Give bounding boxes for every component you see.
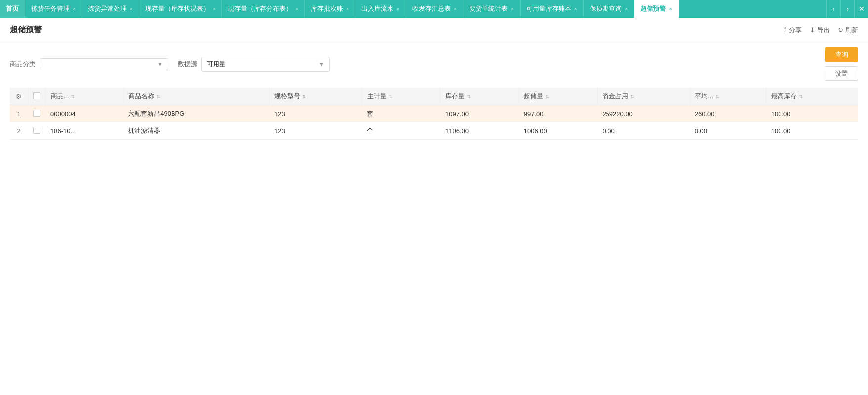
tab-close-btn[interactable]: × — [213, 6, 216, 12]
overstock: 997.00 — [519, 105, 598, 122]
page-title: 超储预警 — [10, 25, 42, 35]
th-spec: 规格型号⇅ — [269, 88, 362, 105]
sort-icon[interactable]: ⇅ — [389, 94, 392, 99]
tab-close-btn[interactable]: × — [669, 6, 672, 12]
category-chevron-icon: ▼ — [157, 61, 163, 67]
table-row: 1 0000004 六配套新昌490BPG 123 套 1097.00 997.… — [10, 105, 858, 122]
th-stock: 库存量⇅ — [440, 88, 519, 105]
select-all-checkbox[interactable] — [33, 92, 40, 99]
tab-close-btn[interactable]: × — [574, 6, 577, 12]
tab-close-btn[interactable]: × — [130, 6, 132, 12]
row-checkbox[interactable] — [33, 127, 40, 134]
product-name: 机油滤清器 — [123, 122, 269, 140]
nav-home-label: 首页 — [6, 4, 19, 13]
sort-icon[interactable]: ⇅ — [545, 94, 549, 99]
sort-icon[interactable]: ⇅ — [630, 94, 634, 99]
sort-icon[interactable]: ⇅ — [71, 94, 75, 99]
tab-close-btn[interactable]: × — [454, 6, 457, 12]
nav-tab[interactable]: 收发存汇总表× — [406, 0, 463, 18]
filter-area: 商品分类 ▼ 数据源 可用量 ▼ 查询 设置 — [0, 40, 868, 88]
avg: 0.00 — [690, 122, 766, 140]
unit: 个 — [362, 122, 440, 140]
nav-tab[interactable]: 要货单统计表× — [463, 0, 520, 18]
th-unit: 主计量⇅ — [362, 88, 440, 105]
share-icon: ⤴ — [783, 26, 787, 34]
settings-button[interactable]: 设置 — [825, 66, 858, 81]
tab-close-btn[interactable]: × — [511, 6, 514, 12]
table-container: ⚙ 商品...⇅ 商品名称⇅ 规格型号⇅ 主计量⇅ — [0, 88, 868, 140]
datasource-select[interactable]: 可用量 ▼ — [201, 57, 330, 72]
tab-close-btn[interactable]: × — [295, 6, 298, 12]
datasource-label: 数据源 — [178, 60, 197, 69]
top-nav: 首页 拣货任务管理×拣货异常处理×现存量（库存状况表）×现存量（库存分布表）×库… — [0, 0, 868, 18]
capital: 0.00 — [597, 122, 690, 140]
product-name: 六配套新昌490BPG — [123, 105, 269, 122]
th-avg: 平均...⇅ — [690, 88, 766, 105]
max-stock: 100.00 — [766, 122, 858, 140]
nav-tab[interactable]: 拣货任务管理× — [25, 0, 82, 18]
query-button[interactable]: 查询 — [825, 47, 858, 62]
nav-tab[interactable]: 超储预警× — [634, 0, 678, 18]
max-stock: 100.00 — [766, 105, 858, 122]
nav-tab[interactable]: 保质期查询× — [584, 0, 634, 18]
tab-close-btn[interactable]: × — [396, 6, 399, 12]
avg: 260.00 — [690, 105, 766, 122]
row-num: 1 — [10, 105, 28, 122]
overstock: 1006.00 — [519, 122, 598, 140]
row-checkbox[interactable] — [33, 110, 40, 117]
table-row: 2 186-10... 机油滤清器 123 个 1106.00 1006.00 … — [10, 122, 858, 140]
refresh-button[interactable]: ↻ 刷新 — [838, 26, 858, 35]
row-num: 2 — [10, 122, 28, 140]
datasource-filter-group: 数据源 可用量 ▼ — [178, 57, 330, 72]
tab-close-btn[interactable]: × — [625, 6, 628, 12]
nav-tab[interactable]: 拣货异常处理× — [82, 0, 139, 18]
sort-icon[interactable]: ⇅ — [715, 94, 719, 99]
nav-tab[interactable]: 出入库流水× — [355, 0, 406, 18]
nav-home[interactable]: 首页 — [0, 0, 25, 18]
nav-tab[interactable]: 库存批次账× — [305, 0, 355, 18]
export-label: 导出 — [817, 26, 830, 35]
refresh-icon: ↻ — [838, 26, 843, 34]
th-capital: 资金占用⇅ — [597, 88, 690, 105]
header-actions: ⤴ 分享 ⬇ 导出 ↻ 刷新 — [783, 26, 858, 35]
category-select[interactable]: ▼ — [40, 58, 168, 70]
th-gear: ⚙ — [10, 88, 28, 105]
nav-close-btn[interactable]: ✕ — [854, 0, 868, 18]
filter-buttons: 查询 设置 — [825, 47, 858, 81]
share-button[interactable]: ⤴ 分享 — [783, 26, 802, 35]
spec: 123 — [269, 122, 362, 140]
sort-icon[interactable]: ⇅ — [156, 94, 160, 99]
sort-icon[interactable]: ⇅ — [467, 94, 471, 99]
product-code: 0000004 — [45, 105, 123, 122]
nav-tab[interactable]: 可用量库存账本× — [521, 0, 584, 18]
row-checkbox-cell — [28, 122, 45, 140]
th-product-name: 商品名称⇅ — [123, 88, 269, 105]
th-checkbox — [28, 88, 45, 105]
th-overstock: 超储量⇅ — [519, 88, 598, 105]
th-max-stock: 最高库存⇅ — [766, 88, 858, 105]
table-header: ⚙ 商品...⇅ 商品名称⇅ 规格型号⇅ 主计量⇅ — [10, 88, 858, 105]
gear-icon[interactable]: ⚙ — [16, 93, 22, 100]
row-checkbox-cell — [28, 105, 45, 122]
nav-next-btn[interactable]: › — [840, 0, 854, 18]
share-label: 分享 — [789, 26, 802, 35]
sort-icon[interactable]: ⇅ — [799, 94, 803, 99]
nav-prev-btn[interactable]: ‹ — [826, 0, 840, 18]
product-code: 186-10... — [45, 122, 123, 140]
category-label: 商品分类 — [10, 60, 36, 69]
nav-tab[interactable]: 现存量（库存分布表）× — [222, 0, 304, 18]
table-body: 1 0000004 六配套新昌490BPG 123 套 1097.00 997.… — [10, 105, 858, 140]
page-content: 超储预警 ⤴ 分享 ⬇ 导出 ↻ 刷新 商品分类 ▼ 数据源 — [0, 18, 868, 395]
stock: 1097.00 — [440, 105, 519, 122]
sort-icon[interactable]: ⇅ — [302, 94, 306, 99]
refresh-label: 刷新 — [845, 26, 858, 35]
stock: 1106.00 — [440, 122, 519, 140]
unit: 套 — [362, 105, 440, 122]
category-filter-group: 商品分类 ▼ — [10, 58, 168, 70]
tab-close-btn[interactable]: × — [346, 6, 349, 12]
tab-close-btn[interactable]: × — [73, 6, 76, 12]
nav-tab[interactable]: 现存量（库存状况表）× — [139, 0, 222, 18]
spec: 123 — [269, 105, 362, 122]
export-icon: ⬇ — [810, 26, 815, 34]
export-button[interactable]: ⬇ 导出 — [810, 26, 830, 35]
